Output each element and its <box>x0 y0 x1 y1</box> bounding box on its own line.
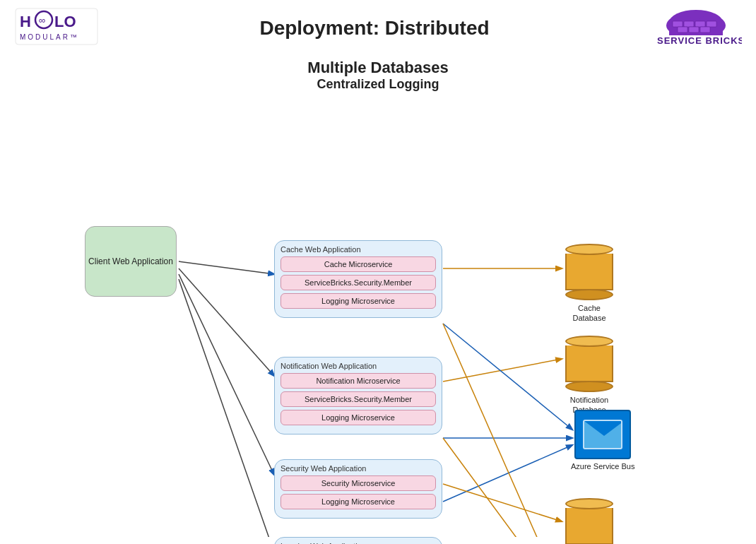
logging-webapp-container: Logging Web Application Logging Microser… <box>274 537 442 544</box>
svg-line-30 <box>443 438 562 537</box>
subtitle-line1: Multiple Databases <box>0 59 756 77</box>
notif-db-bottom <box>565 381 613 392</box>
envelope-icon <box>583 420 622 449</box>
svg-line-18 <box>179 261 274 274</box>
svg-rect-12 <box>695 21 705 27</box>
svg-line-21 <box>179 279 274 537</box>
svg-line-23 <box>443 359 562 382</box>
cache-microservice: Cache Microservice <box>280 256 436 272</box>
svg-rect-10 <box>673 21 683 27</box>
notification-microservice: Notification Microservice <box>280 373 436 389</box>
svg-line-26 <box>443 445 572 502</box>
holo-logo: H ∞ LO MODULAR™ <box>14 7 99 49</box>
security-webapp-title: Security Web Application <box>280 464 436 473</box>
azure-bus-label: Azure Service Bus <box>571 462 634 471</box>
cache-webapp-container: Cache Web Application Cache Microservice… <box>274 240 442 318</box>
security-logging-microservice: Logging Microservice <box>280 494 436 509</box>
header: H ∞ LO MODULAR™ Deployment: Distributed <box>0 0 756 56</box>
notif-db-top <box>565 336 613 347</box>
subtitle-block: Multiple Databases Centralized Logging <box>0 59 756 92</box>
security-microservice: Security Microservice <box>280 475 436 491</box>
notification-webapp-container: Notification Web Application Notificatio… <box>274 357 442 434</box>
svg-line-29 <box>443 324 562 537</box>
svg-rect-13 <box>707 21 716 27</box>
cache-logging-microservice: Logging Microservice <box>280 293 436 309</box>
svg-line-20 <box>179 274 274 475</box>
notification-security-member: ServiceBricks.Security.Member <box>280 391 436 407</box>
notification-logging-microservice: Logging Microservice <box>280 410 436 425</box>
diagram-area: Client Web Application Cache Web Applica… <box>0 99 756 537</box>
svg-rect-15 <box>689 27 699 32</box>
security-database: SecurityDatabase <box>565 498 613 544</box>
client-web-app: Client Web Application <box>85 226 177 297</box>
cache-security-member: ServiceBricks.Security.Member <box>280 275 436 290</box>
notif-db-body <box>565 345 613 382</box>
servicebricks-logo: SERVICE BRICKS™ <box>650 8 742 47</box>
notification-database: NotificationDatabase <box>565 336 613 415</box>
svg-rect-14 <box>678 27 687 32</box>
cache-database: CacheDatabase <box>565 244 613 324</box>
cache-db-top <box>565 244 613 255</box>
page-title: Deployment: Distributed <box>259 17 489 40</box>
svg-line-19 <box>179 268 274 376</box>
svg-text:H: H <box>20 13 31 30</box>
azure-bus-icon <box>574 410 631 459</box>
title-block: Deployment: Distributed <box>259 17 489 40</box>
cache-webapp-title: Cache Web Application <box>280 245 436 254</box>
svg-text:∞: ∞ <box>39 15 45 25</box>
sec-db-top <box>565 498 613 509</box>
cache-db-bottom <box>565 289 613 300</box>
security-webapp-container: Security Web Application Security Micros… <box>274 459 442 519</box>
subtitle-line2: Centralized Logging <box>0 77 756 92</box>
svg-rect-11 <box>684 21 694 27</box>
svg-line-24 <box>443 324 572 430</box>
azure-service-bus: Azure Service Bus <box>571 410 634 471</box>
cache-db-body <box>565 254 613 290</box>
cache-db-label: CacheDatabase <box>572 303 606 324</box>
sec-db-body <box>565 508 613 544</box>
notification-webapp-title: Notification Web Application <box>280 362 436 370</box>
svg-text:LO: LO <box>54 13 76 30</box>
svg-text:SERVICE BRICKS™: SERVICE BRICKS™ <box>657 35 742 46</box>
svg-text:MODULAR™: MODULAR™ <box>20 33 79 41</box>
svg-rect-16 <box>700 27 710 32</box>
svg-line-27 <box>443 484 562 521</box>
